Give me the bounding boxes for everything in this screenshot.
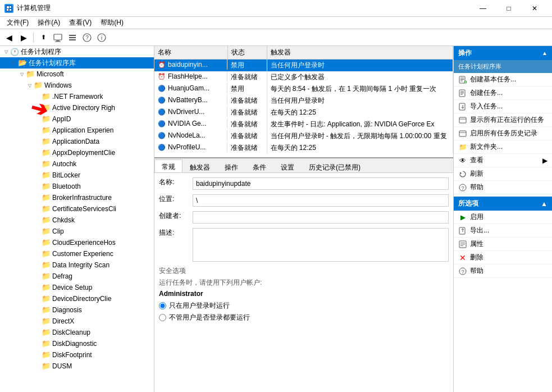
table-row[interactable]: 🔵NVIDIA Ge... 准备就绪 发生事件时 - 日志: Applicati… <box>154 118 453 130</box>
action-enable-history[interactable]: 启用所有任务历史记录 <box>454 127 552 140</box>
tab-conditions[interactable]: 条件 <box>245 160 273 172</box>
tree-defrag-label: Defrag <box>52 272 72 280</box>
list-button[interactable] <box>66 31 79 44</box>
up-button[interactable]: ⬆ <box>37 31 50 44</box>
svg-rect-4 <box>10 9 11 11</box>
tree-item-clip[interactable]: 📁 Clip <box>0 226 154 237</box>
info-button[interactable]: i <box>95 31 108 44</box>
menu-action[interactable]: 操作(A) <box>33 17 65 29</box>
folder-clip-icon: 📁 <box>42 227 51 236</box>
action-help-main[interactable]: ? 帮助 <box>454 181 552 194</box>
tree-item-bitlocker[interactable]: 📁 BitLocker <box>0 170 154 181</box>
tree-item-appid[interactable]: 📁 AppID <box>0 113 154 125</box>
cell-name: ⏰FlashHelpe... <box>154 71 227 81</box>
folder-appdata-icon: 📁 <box>42 137 51 146</box>
menu-view[interactable]: 查看(V) <box>65 17 96 29</box>
svg-text:?: ? <box>461 269 464 275</box>
minimize-button[interactable]: — <box>470 0 496 17</box>
menu-file[interactable]: 文件(F) <box>2 17 33 29</box>
cell-trigger: 当任何用户登录时 - 触发后，无限期地每隔 1.00:00:00 重复 <box>267 130 453 142</box>
tree-item-appdata[interactable]: 📁 ApplicationData <box>0 136 154 147</box>
tree-item-appexperience[interactable]: 📁 Application Experien <box>0 125 154 136</box>
tree-item-library[interactable]: ▽ 📂 任务计划程序库 <box>0 57 154 69</box>
tree-item-windows[interactable]: ▽ 📁 Windows <box>0 80 154 91</box>
radio-only-logged-in[interactable] <box>159 302 166 309</box>
tree-item-microsoft[interactable]: ▽ 📁 Microsoft <box>0 69 154 80</box>
tree-item-activedirectory[interactable]: 📁 Active Directory Righ <box>0 102 154 113</box>
table-row[interactable]: 🔵NvBatteryB... 准备就绪 当任何用户登录时 <box>154 95 453 107</box>
tree-item-netframework[interactable]: 📁 .NET Framework <box>0 91 154 102</box>
tree-item-customerexp[interactable]: 📁 Customer Experienc <box>0 248 154 259</box>
tab-actions[interactable]: 操作 <box>217 160 245 172</box>
help-button[interactable]: ? <box>80 31 94 44</box>
action-create-task[interactable]: 创建任务... <box>454 86 552 100</box>
maximize-button[interactable]: □ <box>496 0 522 17</box>
tree-root-label: 任务计划程序 <box>21 47 61 57</box>
view-submenu-arrow: ▶ <box>542 157 548 165</box>
action-delete[interactable]: ✕ 删除 <box>454 251 552 265</box>
desc-textarea[interactable] <box>193 228 449 262</box>
detail-row-location: 位置: \ <box>159 194 449 207</box>
tree-bitlocker-label: BitLocker <box>52 171 80 179</box>
close-button[interactable]: ✕ <box>522 0 548 17</box>
delete-icon: ✕ <box>458 253 467 262</box>
action-view[interactable]: 👁 查看 ▶ <box>454 154 552 167</box>
table-row[interactable]: 🔵NvProfileU... 准备就绪 在每天的 12:25 <box>154 142 453 154</box>
action-refresh[interactable]: 刷新 <box>454 167 552 181</box>
folder-appid-icon: 📁 <box>42 115 51 124</box>
tree-appxdeployment-label: AppxDeploymentClie <box>52 149 115 157</box>
tree-item-chkdsk[interactable]: 📁 Chkdsk <box>0 215 154 226</box>
cell-status: 准备就绪 <box>227 107 267 118</box>
radio-always[interactable] <box>159 314 166 321</box>
tab-general[interactable]: 常规 <box>154 159 183 172</box>
action-new-folder[interactable]: 📁 新文件夹... <box>454 140 552 154</box>
action-import[interactable]: 导入任务... <box>454 100 552 113</box>
cell-trigger: 当任何用户登录时 <box>267 60 453 72</box>
action-export[interactable]: 导出... <box>454 224 552 238</box>
table-row[interactable]: 🔵NvDriverU... 准备就绪 在每天的 12:25 <box>154 107 453 118</box>
table-row[interactable]: 🔵HuanjuGam... 禁用 每天的 8:54 - 触发后，在 1 天期间每… <box>154 83 453 95</box>
tree-item-dusm[interactable]: 📁 DUSM <box>0 361 154 372</box>
tree-item-directx[interactable]: 📁 DirectX <box>0 316 154 327</box>
tree-item-bluetooth[interactable]: 📁 Bluetooth <box>0 181 154 192</box>
folder-diskdiagnostic-icon: 📁 <box>42 339 51 348</box>
col-header-name: 名称 <box>154 46 227 60</box>
tab-settings[interactable]: 设置 <box>273 160 302 172</box>
tree-item-diskfootprint[interactable]: 📁 DiskFootprint <box>0 349 154 361</box>
tree-item-datainteg[interactable]: 📁 Data Integrity Scan <box>0 259 154 271</box>
tree-root[interactable]: ▽ 🕐 任务计划程序 <box>0 46 154 57</box>
tree-item-diskcleanup[interactable]: 📁 DiskCleanup <box>0 327 154 338</box>
sub-section-arrow: ▲ <box>541 200 548 208</box>
action-enable-history-label: 启用所有任务历史记录 <box>470 129 537 138</box>
table-row[interactable]: ⏰FlashHelpe... 准备就绪 已定义多个触发器 <box>154 71 453 83</box>
action-create-basic[interactable]: 创建基本任务... <box>454 73 552 86</box>
folder-cloudexperience-icon: 📁 <box>42 238 51 247</box>
window-controls: — □ ✕ <box>470 0 548 17</box>
table-row[interactable]: ⏰baidupinyin... 禁用 当任何用户登录时 <box>154 60 453 72</box>
forward-button[interactable]: ▶ <box>17 31 30 44</box>
back-button[interactable]: ◀ <box>2 31 16 44</box>
svg-rect-37 <box>459 227 465 234</box>
tree-item-diskdiagnostic[interactable]: 📁 DiskDiagnostic <box>0 338 154 349</box>
action-show-running[interactable]: 显示所有正在运行的任务 <box>454 113 552 127</box>
action-help-sub[interactable]: ? 帮助 <box>454 265 552 278</box>
tree-item-certservices[interactable]: 📁 CertificateServicesCli <box>0 203 154 215</box>
tab-history[interactable]: 历史记录(已禁用) <box>302 160 368 172</box>
computer-button[interactable] <box>51 31 65 44</box>
action-enable[interactable]: ▶ 启用 <box>454 211 552 224</box>
tree-item-devicesetup[interactable]: 📁 Device Setup <box>0 282 154 293</box>
tree-item-appxdeployment[interactable]: 📁 AppxDeploymentClie <box>0 147 154 158</box>
action-export-label: 导出... <box>470 226 489 235</box>
cell-status: 禁用 <box>227 60 267 72</box>
tree-item-devicedirectory[interactable]: 📁 DeviceDirectoryClie <box>0 293 154 304</box>
table-row[interactable]: 🔵NvNodeLa... 准备就绪 当任何用户登录时 - 触发后，无限期地每隔 … <box>154 130 453 142</box>
menu-help[interactable]: 帮助(H) <box>96 17 128 29</box>
tree-item-cloudexperience[interactable]: 📁 CloudExperienceHos <box>0 237 154 248</box>
tree-item-brokerinfra[interactable]: 📁 BrokerInfrastructure <box>0 192 154 203</box>
tree-diagnosis-label: Diagnosis <box>52 306 82 314</box>
tree-item-autochk[interactable]: 📁 Autochk <box>0 158 154 170</box>
action-properties[interactable]: 属性 <box>454 238 552 251</box>
tree-item-defrag[interactable]: 📁 Defrag <box>0 271 154 282</box>
tree-item-diagnosis[interactable]: 📁 Diagnosis <box>0 304 154 316</box>
tab-triggers[interactable]: 触发器 <box>183 160 217 172</box>
